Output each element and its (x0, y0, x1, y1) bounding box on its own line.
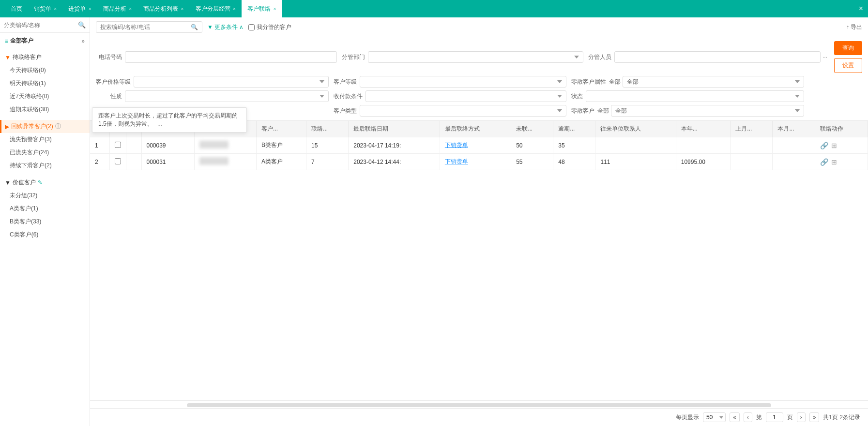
sidebar-item-overdue[interactable]: 逾期未联络(30) (0, 103, 90, 116)
tab-customer-mgmt[interactable]: 客户分层经营 × (190, 0, 242, 17)
sidebar-search-container: 🔍 (0, 17, 90, 33)
col-overdue[interactable]: 逾期... (553, 121, 595, 137)
filter-status-select[interactable] (586, 90, 804, 102)
filter-price-level-label: 客户价格等级 (96, 78, 134, 86)
cell-last-method-2[interactable]: 下销货单 (440, 154, 511, 170)
cell-check-2[interactable] (109, 154, 126, 170)
my-customers-toggle[interactable]: 我分管的客户 (248, 23, 291, 31)
filter-price-level-select[interactable] (134, 76, 329, 88)
filter-payment-select[interactable] (365, 90, 566, 102)
my-customers-checkbox[interactable] (248, 24, 255, 30)
sidebar-section-value: ▼ 价值客户 ✎ 未分组(32) A类客户(1) B类客户(33) C类客户(6… (0, 174, 90, 243)
col-uncontacted[interactable]: 未联... (511, 121, 553, 137)
scroll-track[interactable] (187, 403, 771, 407)
sidebar-item-declining[interactable]: 持续下滑客户(2) (0, 159, 90, 172)
window-close-button[interactable]: × (859, 4, 863, 13)
page-number-input[interactable] (766, 412, 783, 422)
filter-status-wrap (586, 90, 804, 102)
row-2-qr-icon[interactable]: ⊞ (831, 158, 837, 166)
col-action: 联络动作 (815, 121, 868, 137)
horizontal-scrollbar[interactable] (90, 400, 868, 408)
filter-phone-label: 电话号码 (96, 53, 125, 61)
filter-phone-input[interactable] (125, 51, 337, 63)
col-contact[interactable]: 联络... (306, 121, 349, 137)
sidebar-section-pending-title[interactable]: ▼ 待联络客户 (0, 51, 90, 64)
tab-sales[interactable]: 销货单 × (28, 0, 62, 17)
tab-analysis-close[interactable]: × (129, 6, 132, 12)
sidebar-item-lost[interactable]: 已流失客户(24) (0, 146, 90, 159)
col-last-month[interactable]: 上月... (731, 121, 773, 137)
export-button[interactable]: ↑ 导出 (846, 23, 862, 31)
col-this-month[interactable]: 本月... (773, 121, 815, 137)
abnormal-info-icon[interactable]: ⓘ (55, 122, 61, 131)
filter-retail-customer-field: 零散客户 全部 全部是否 (571, 105, 804, 117)
per-page-select[interactable]: 10 20 50 100 (703, 412, 726, 422)
search-input[interactable] (100, 24, 191, 30)
more-conditions-button[interactable]: ▼ 更多条件 ∧ (207, 23, 244, 31)
query-button[interactable]: 查询 (834, 41, 862, 55)
cell-check-1[interactable] (109, 137, 126, 154)
row-2-checkbox[interactable] (115, 158, 121, 164)
tab-analysis[interactable]: 商品分析 × (97, 0, 137, 17)
sidebar-item-today[interactable]: 今天待联络(0) (0, 64, 90, 77)
row-1-link-icon[interactable]: 🔗 (820, 142, 828, 149)
sidebar-item-class-c[interactable]: C类客户(6) (0, 228, 90, 241)
cell-name-2 (194, 154, 256, 170)
sidebar-item-7days[interactable]: 近7天待联络(0) (0, 90, 90, 103)
tab-home[interactable]: 首页 (5, 0, 28, 17)
row-2-link-icon[interactable]: 🔗 (820, 158, 828, 166)
tab-analysis-list-close[interactable]: × (181, 6, 183, 12)
tab-sales-close[interactable]: × (54, 6, 57, 12)
tab-purchase-close[interactable]: × (88, 6, 91, 12)
sidebar-all-customers-header[interactable]: ≡ 全部客户 » (0, 33, 90, 49)
next-page-button[interactable]: › (797, 412, 806, 422)
first-page-button[interactable]: « (730, 412, 740, 422)
filter-customer-type-select[interactable] (360, 105, 566, 117)
sidebar-item-class-b[interactable]: B类客户(33) (0, 215, 90, 228)
value-edit-icon[interactable]: ✎ (38, 179, 42, 186)
export-icon: ↑ (846, 24, 849, 30)
search-icon[interactable]: 🔍 (191, 24, 198, 30)
filter-person-dots[interactable]: ··· (821, 54, 829, 60)
prev-page-button[interactable]: ‹ (744, 412, 752, 422)
filter-status-label: 状态 (571, 92, 586, 101)
col-contact-person[interactable]: 往来单位联系人 (595, 121, 676, 137)
filter-price-level-field: 客户价格等级 (96, 76, 329, 88)
row-1-qr-icon[interactable]: ⊞ (831, 142, 837, 149)
sidebar-item-lost-warning[interactable]: 流失预警客户(3) (0, 133, 90, 146)
filter-customer-level-select[interactable] (360, 76, 566, 88)
sidebar-search-input[interactable] (4, 22, 78, 29)
sidebar-item-class-a[interactable]: A类客户(1) (0, 202, 90, 215)
tab-purchase[interactable]: 进货单 × (62, 0, 97, 17)
filter-button-group: 查询 设置 (834, 41, 862, 73)
col-level[interactable]: 客户... (257, 121, 306, 137)
sidebar-section-value-title[interactable]: ▼ 价值客户 ✎ (0, 176, 90, 189)
table-row: 2 000031 A类客户 7 2023-04-12 14:44: 下销货单 5… (90, 154, 868, 170)
filter-dept-select[interactable] (368, 51, 583, 63)
tab-customer-contact[interactable]: 客户联络 × (242, 0, 282, 17)
sidebar-item-tomorrow[interactable]: 明天待联络(1) (0, 77, 90, 90)
filter-person-field: 分管人员 ··· (588, 51, 829, 63)
cell-action-2: 🔗 ⊞ (815, 154, 868, 170)
row-1-checkbox[interactable] (115, 142, 121, 148)
sidebar-search-icon[interactable]: 🔍 (78, 21, 86, 29)
col-last-date[interactable]: 最后联络日期 (349, 121, 440, 137)
col-last-method[interactable]: 最后联络方式 (440, 121, 511, 137)
sidebar-collapse-icon[interactable]: » (81, 38, 85, 44)
filter-row-3: 性质 收付款条件 状态 (96, 90, 862, 102)
tab-analysis-list[interactable]: 商品分析列表 × (137, 0, 189, 17)
filter-retail-attr-select[interactable]: 全部是否 (623, 76, 804, 88)
sidebar-item-unclassified[interactable]: 未分组(32) (0, 189, 90, 202)
filter-person-input[interactable] (614, 51, 821, 63)
filter-retail-customer-select[interactable]: 全部是否 (611, 105, 804, 117)
col-this-year[interactable]: 本年... (676, 121, 731, 137)
tab-customer-mgmt-close[interactable]: × (233, 6, 236, 12)
filter-retail-attr-field: 零散客户属性 全部 全部是否 (571, 76, 804, 88)
cell-last-method-1[interactable]: 下销货单 (440, 137, 511, 154)
cell-last-month-1 (731, 137, 773, 154)
tab-customer-contact-close[interactable]: × (273, 6, 276, 12)
settings-button[interactable]: 设置 (834, 58, 862, 73)
last-page-button[interactable]: » (809, 412, 820, 422)
filter-nature-select[interactable] (125, 90, 329, 102)
sidebar-section-abnormal-title[interactable]: ▶ 回购异常客户(2) ⓘ (0, 120, 90, 133)
